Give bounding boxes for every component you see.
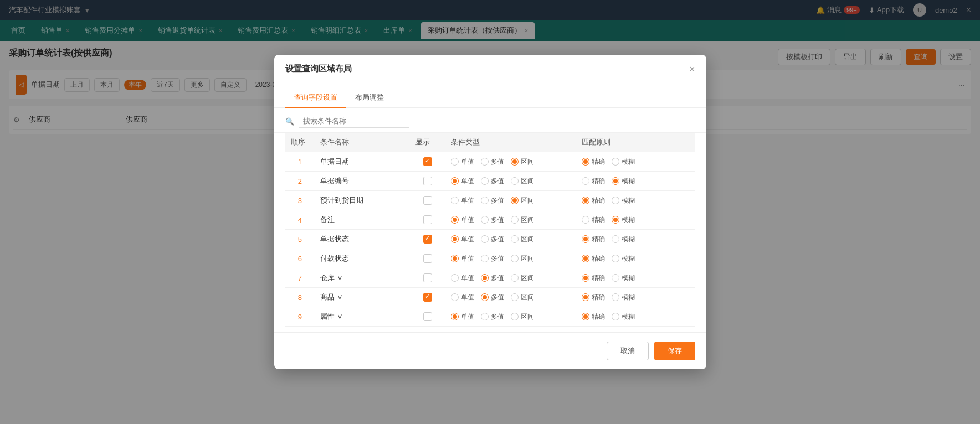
match-radio-item[interactable]: 精确 <box>582 312 605 322</box>
type-radio[interactable] <box>451 235 459 243</box>
cell-show[interactable] <box>410 249 445 268</box>
type-radio[interactable] <box>451 158 459 166</box>
match-radio[interactable] <box>582 293 589 301</box>
match-radio-item[interactable]: 精确 <box>582 273 605 283</box>
cell-show[interactable] <box>410 172 445 191</box>
type-radio-item[interactable]: 区间 <box>511 293 534 302</box>
match-radio[interactable] <box>612 158 619 166</box>
type-radio[interactable] <box>451 274 459 282</box>
cell-show[interactable] <box>410 210 445 230</box>
match-radio-item[interactable]: 模糊 <box>612 273 635 283</box>
type-radio-item[interactable]: 单值 <box>451 312 474 322</box>
show-checkbox[interactable] <box>423 196 432 205</box>
type-radio[interactable] <box>481 197 489 204</box>
type-radio-item[interactable]: 多值 <box>481 254 504 263</box>
match-radio[interactable] <box>612 313 619 320</box>
cell-show[interactable] <box>410 230 445 249</box>
show-checkbox[interactable] <box>423 235 432 244</box>
type-radio-item[interactable]: 单值 <box>451 254 474 263</box>
type-radio-item[interactable]: 区间 <box>511 215 534 225</box>
type-radio[interactable] <box>481 274 489 282</box>
match-radio[interactable] <box>612 293 619 301</box>
match-radio-item[interactable]: 模糊 <box>612 177 635 186</box>
type-radio[interactable] <box>481 216 489 224</box>
match-radio[interactable] <box>582 177 589 185</box>
match-radio-item[interactable]: 精确 <box>582 235 605 244</box>
type-radio-item[interactable]: 单值 <box>451 293 474 302</box>
match-radio[interactable] <box>582 235 589 243</box>
type-radio-item[interactable]: 单值 <box>451 157 474 167</box>
tab-query-fields[interactable]: 查询字段设置 <box>285 88 346 108</box>
show-checkbox[interactable] <box>423 293 432 302</box>
type-radio-item[interactable]: 区间 <box>511 235 534 244</box>
match-radio[interactable] <box>582 255 589 262</box>
match-radio[interactable] <box>582 274 589 282</box>
type-radio[interactable] <box>481 255 489 262</box>
type-radio[interactable] <box>451 197 459 204</box>
type-radio-item[interactable]: 单值 <box>451 215 474 225</box>
cell-show[interactable] <box>410 152 445 172</box>
match-radio[interactable] <box>582 158 589 166</box>
type-radio-item[interactable]: 区间 <box>511 196 534 205</box>
match-radio[interactable] <box>612 197 619 204</box>
search-input[interactable] <box>299 115 409 128</box>
type-radio[interactable] <box>451 177 459 185</box>
match-radio[interactable] <box>582 216 589 224</box>
match-radio-item[interactable]: 精确 <box>582 177 605 186</box>
type-radio-item[interactable]: 区间 <box>511 177 534 186</box>
type-radio[interactable] <box>511 177 519 185</box>
match-radio-item[interactable]: 模糊 <box>612 312 635 322</box>
match-radio[interactable] <box>612 274 619 282</box>
type-radio[interactable] <box>511 158 519 166</box>
match-radio-item[interactable]: 精确 <box>582 196 605 205</box>
type-radio-item[interactable]: 区间 <box>511 273 534 283</box>
type-radio-item[interactable]: 区间 <box>511 254 534 263</box>
type-radio-item[interactable]: 多值 <box>481 293 504 302</box>
type-radio-item[interactable]: 多值 <box>481 312 504 322</box>
cell-show[interactable] <box>410 327 445 333</box>
match-radio-item[interactable]: 精确 <box>582 254 605 263</box>
type-radio[interactable] <box>511 197 519 204</box>
type-radio-item[interactable]: 多值 <box>481 157 504 167</box>
type-radio[interactable] <box>511 274 519 282</box>
save-button[interactable]: 保存 <box>654 342 695 360</box>
type-radio[interactable] <box>481 177 489 185</box>
type-radio[interactable] <box>511 313 519 320</box>
show-checkbox[interactable] <box>423 157 432 166</box>
type-radio-item[interactable]: 多值 <box>481 273 504 283</box>
match-radio[interactable] <box>582 313 589 320</box>
type-radio-item[interactable]: 多值 <box>481 196 504 205</box>
dialog-close-button[interactable]: × <box>689 64 695 74</box>
match-radio-item[interactable]: 精确 <box>582 157 605 167</box>
type-radio[interactable] <box>511 216 519 224</box>
cell-show[interactable] <box>410 288 445 307</box>
match-radio[interactable] <box>582 197 589 204</box>
match-radio[interactable] <box>612 177 619 185</box>
type-radio[interactable] <box>451 216 459 224</box>
type-radio[interactable] <box>481 313 489 320</box>
type-radio[interactable] <box>481 158 489 166</box>
show-checkbox[interactable] <box>423 332 432 332</box>
cell-show[interactable] <box>410 307 445 327</box>
match-radio-item[interactable]: 模糊 <box>612 235 635 244</box>
show-checkbox[interactable] <box>423 215 432 224</box>
type-radio[interactable] <box>511 255 519 262</box>
match-radio-item[interactable]: 精确 <box>582 293 605 302</box>
type-radio[interactable] <box>451 313 459 320</box>
type-radio-item[interactable]: 多值 <box>481 177 504 186</box>
type-radio-item[interactable]: 单值 <box>451 273 474 283</box>
match-radio[interactable] <box>612 255 619 262</box>
type-radio-item[interactable]: 区间 <box>511 157 534 167</box>
type-radio[interactable] <box>481 235 489 243</box>
show-checkbox[interactable] <box>423 312 432 321</box>
type-radio-item[interactable]: 单值 <box>451 235 474 244</box>
type-radio[interactable] <box>511 293 519 301</box>
match-radio-item[interactable]: 精确 <box>582 215 605 225</box>
match-radio-item[interactable]: 模糊 <box>612 254 635 263</box>
type-radio[interactable] <box>451 255 459 262</box>
type-radio-item[interactable]: 单值 <box>451 177 474 186</box>
show-checkbox[interactable] <box>423 254 432 263</box>
match-radio[interactable] <box>612 235 619 243</box>
type-radio[interactable] <box>511 235 519 243</box>
match-radio-item[interactable]: 模糊 <box>612 215 635 225</box>
